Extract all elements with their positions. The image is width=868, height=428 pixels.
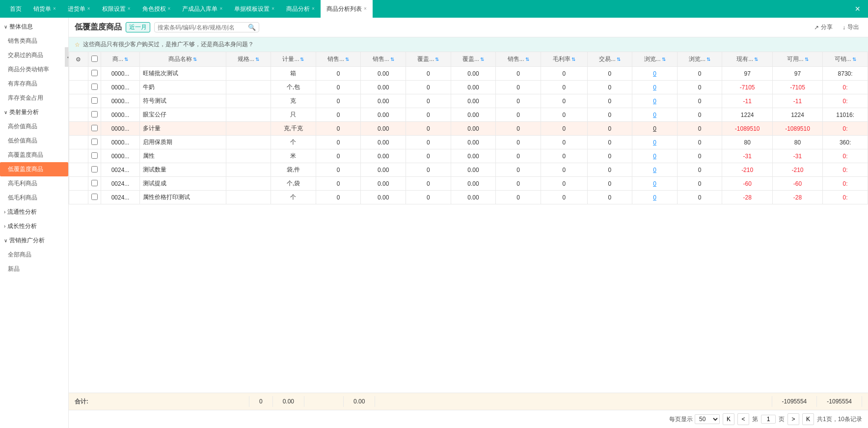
col-cover2[interactable]: 覆盖...⇅ — [451, 52, 496, 67]
row-checkbox[interactable] — [88, 108, 101, 122]
nav-template[interactable]: 单据模板设置 × — [228, 0, 280, 18]
sidebar-section-coverage[interactable]: ∨ 类射量分析 — [0, 105, 68, 119]
sidebar-item-in-stock-goods[interactable]: 有库存商品 — [0, 77, 68, 91]
search-icon[interactable]: 🔍 — [248, 24, 256, 31]
row-view1[interactable]: 0 — [632, 94, 678, 108]
row-name: 测试提成 — [140, 177, 226, 191]
col-checkbox[interactable] — [88, 52, 101, 67]
sidebar-item-high-coverage[interactable]: 高覆盖度商品 — [0, 148, 68, 162]
sidebar-item-high-value[interactable]: 高价值商品 — [0, 119, 68, 134]
row-checkbox[interactable] — [88, 136, 101, 149]
sidebar-item-low-value[interactable]: 低价值商品 — [0, 134, 68, 148]
sidebar-section-marketing[interactable]: ∨ 营销推广分析 — [0, 233, 68, 248]
row-sales-qty: 0 — [316, 177, 361, 191]
first-page-btn[interactable]: K — [723, 413, 734, 425]
row-view1[interactable]: 0 — [632, 177, 678, 191]
export-button[interactable]: ↓ 导出 — [840, 22, 862, 33]
row-view1[interactable]: 0 — [632, 163, 678, 177]
nav-role-auth[interactable]: 角色授权 × — [136, 0, 177, 18]
sidebar-collapse-btn[interactable]: « — [65, 47, 69, 67]
nav-purchase[interactable]: 进货单 × — [62, 0, 96, 18]
nav-product-analysis-list-close[interactable]: × — [364, 0, 367, 18]
nav-purchase-close[interactable]: × — [87, 0, 90, 18]
row-checkbox[interactable] — [88, 149, 101, 163]
row-checkbox[interactable] — [88, 67, 101, 81]
col-available-stock[interactable]: 可用...⇅ — [772, 52, 822, 67]
row-view1[interactable]: 0 — [632, 136, 678, 149]
col-sales3[interactable]: 销售...⇅ — [496, 52, 541, 67]
row-checkbox[interactable] — [88, 122, 101, 136]
window-close-btn[interactable]: × — [851, 4, 864, 14]
row-view1[interactable]: 0 — [632, 67, 678, 81]
row-checkbox[interactable] — [88, 163, 101, 177]
nav-home[interactable]: 首页 — [4, 0, 27, 18]
share-button[interactable]: ↗ 分享 — [811, 22, 836, 33]
row-trade: 0 — [587, 136, 632, 149]
col-cover1[interactable]: 覆盖...⇅ — [406, 52, 451, 67]
nav-sales-close[interactable]: × — [53, 0, 56, 18]
date-badge[interactable]: 近一月 — [126, 22, 150, 32]
nav-role-auth-close[interactable]: × — [168, 0, 171, 18]
sidebar-section-growth[interactable]: › 成长性分析 — [0, 219, 68, 233]
col-gross-margin[interactable]: 毛利率⇅ — [541, 52, 587, 67]
row-checkbox[interactable] — [88, 81, 101, 94]
nav-auth-settings-close[interactable]: × — [128, 0, 131, 18]
page-number-input[interactable] — [761, 415, 776, 424]
sidebar-item-low-coverage[interactable]: 低覆盖度商品 — [0, 162, 68, 176]
row-view1[interactable]: 0 — [632, 149, 678, 163]
row-sales3: 0 — [496, 122, 541, 136]
col-name[interactable]: 商品名称⇅ — [140, 52, 226, 67]
row-current-stock: 97 — [722, 67, 772, 81]
nav-sales[interactable]: 销货单 × — [27, 0, 62, 18]
last-page-btn[interactable]: K — [802, 413, 814, 425]
page-size-dropdown[interactable]: 50 100 200 — [695, 414, 720, 424]
row-view1[interactable]: 0 — [632, 122, 678, 136]
row-code: 0024... — [101, 177, 140, 191]
col-code[interactable]: 商...⇅ — [101, 52, 140, 67]
sidebar-item-new-goods[interactable]: 新品 — [0, 262, 68, 276]
row-view1[interactable]: 0 — [632, 108, 678, 122]
table-container[interactable]: ⚙ 商...⇅ 商品名称⇅ 规格...⇅ 计量...⇅ 销售...⇅ 销售...… — [69, 52, 868, 393]
col-saleable[interactable]: 可销...⇅ — [823, 52, 868, 67]
search-input[interactable] — [158, 24, 246, 31]
sidebar-item-stock-capital[interactable]: 库存资金占用 — [0, 91, 68, 105]
row-checkbox[interactable] — [88, 177, 101, 191]
nav-product-in[interactable]: 产成品入库单 × — [176, 0, 228, 18]
sidebar-item-category-rate[interactable]: 商品分类动销率 — [0, 62, 68, 77]
col-settings[interactable]: ⚙ — [69, 52, 88, 67]
row-view1[interactable]: 0 — [632, 81, 678, 94]
prev-page-btn[interactable]: < — [737, 413, 749, 425]
next-page-btn[interactable]: > — [787, 413, 799, 425]
col-current-stock[interactable]: 现有...⇅ — [722, 52, 772, 67]
sidebar-section-circulation[interactable]: › 流通性分析 — [0, 205, 68, 219]
sidebar-item-low-margin[interactable]: 低毛利商品 — [0, 191, 68, 205]
row-current-stock: -31 — [722, 149, 772, 163]
sidebar-item-sales-goods[interactable]: 销售类商品 — [0, 34, 68, 48]
nav-auth-settings[interactable]: 权限设置 × — [96, 0, 136, 18]
select-all-checkbox[interactable] — [91, 56, 98, 62]
nav-product-analysis-list[interactable]: 商品分析列表 × — [321, 0, 373, 18]
row-cover1: 0 — [406, 177, 451, 191]
row-checkbox[interactable] — [88, 94, 101, 108]
sidebar-section-overall[interactable]: ∨ 整体信息 — [0, 20, 68, 34]
nav-product-analysis-close[interactable]: × — [312, 0, 315, 18]
row-view1[interactable]: 0 — [632, 191, 678, 204]
sidebar-item-traded-goods[interactable]: 交易过的商品 — [0, 48, 68, 62]
table-row: 0000... 属性 米 0 0.00 0 0.00 0 0 0 0 0 -31… — [69, 149, 868, 163]
sidebar-item-all-goods[interactable]: 全部商品 — [0, 248, 68, 262]
col-view1[interactable]: 浏览...⇅ — [632, 52, 678, 67]
col-sales-amt[interactable]: 销售...⇅ — [361, 52, 406, 67]
col-view2[interactable]: 浏览...⇅ — [677, 52, 722, 67]
col-trade[interactable]: 交易...⇅ — [587, 52, 632, 67]
row-current-stock: -60 — [722, 177, 772, 191]
row-checkbox[interactable] — [88, 191, 101, 204]
col-sales-qty[interactable]: 销售...⇅ — [316, 52, 361, 67]
nav-product-in-close[interactable]: × — [219, 0, 222, 18]
row-code: 0000... — [101, 67, 140, 81]
sidebar-item-high-margin[interactable]: 高毛利商品 — [0, 176, 68, 191]
col-spec[interactable]: 规格...⇅ — [226, 52, 271, 67]
nav-template-close[interactable]: × — [271, 0, 274, 18]
nav-product-analysis[interactable]: 商品分析 × — [280, 0, 321, 18]
row-saleable: 0: — [823, 177, 868, 191]
col-unit[interactable]: 计量...⇅ — [271, 52, 316, 67]
